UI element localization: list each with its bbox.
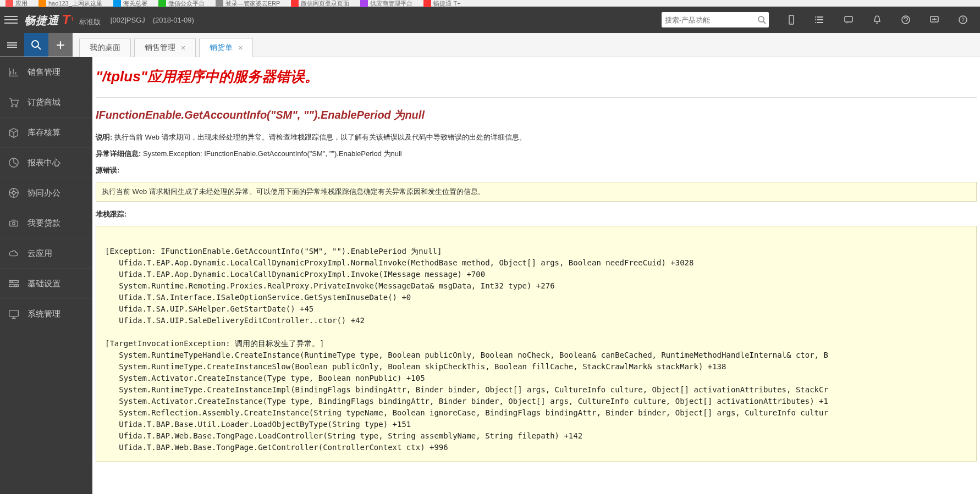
stack-trace-box: [Exception: IFunctionEnable.GetAccountIn… — [96, 226, 977, 462]
collab-icon — [8, 187, 20, 199]
sidebar-item-system[interactable]: 系统管理 — [0, 299, 92, 329]
svg-rect-25 — [10, 221, 18, 226]
divider — [96, 97, 977, 98]
bookmark-label: hao123_上网从这里 — [48, 0, 102, 8]
desc-label: 说明: — [96, 133, 112, 141]
svg-point-9 — [815, 22, 816, 23]
toolbar-add-button[interactable]: + — [48, 33, 73, 57]
bookmark-item[interactable]: 海关总署 — [113, 0, 147, 8]
bookmark-item[interactable]: 微信网页登录页面 — [291, 0, 349, 8]
bookmark-icon — [158, 0, 166, 7]
source-error-label: 源错误: — [96, 165, 977, 175]
sidebar-item-chart[interactable]: 销售管理 — [0, 57, 92, 87]
sidebar-item-label: 库存核算 — [27, 127, 60, 138]
sidebar-item-label: 销售管理 — [27, 67, 60, 77]
toolbar-menu-button[interactable] — [0, 33, 24, 57]
sidebar-item-cloud[interactable]: 云应用 — [0, 238, 92, 269]
detail-label: 异常详细信息: — [96, 149, 141, 158]
bookmark-icon — [38, 0, 46, 7]
app-header: 畅捷通 T+ 标准版 [002]PSGJ (2018-01-09) ? — [0, 7, 980, 33]
bookmark-icon — [291, 0, 299, 7]
bookmark-item[interactable]: hao123_上网从这里 — [38, 0, 102, 8]
mobile-icon[interactable] — [785, 14, 797, 26]
source-error-box: 执行当前 Web 请求期间生成了未经处理的异常。可以使用下面的异常堆栈跟踪信息确… — [96, 182, 977, 202]
error-description: 说明: 执行当前 Web 请求期间，出现未经处理的异常。请检查堆栈跟踪信息，以了… — [96, 132, 977, 142]
tab-label: 销售管理 — [145, 43, 175, 53]
bookmark-label: 供应商管理平台 — [370, 0, 412, 8]
error-detail: 异常详细信息: System.Exception: IFunctionEnabl… — [96, 149, 977, 159]
sidebar-item-label: 系统管理 — [27, 309, 60, 319]
svg-point-29 — [11, 281, 13, 283]
bookmark-item[interactable]: 供应商管理平台 — [360, 0, 412, 8]
logo-plus: + — [70, 14, 75, 23]
chart-icon — [8, 66, 20, 78]
bookmark-item[interactable]: 畅捷通 T+ — [423, 0, 460, 8]
feedback-icon[interactable] — [928, 14, 940, 26]
search-input[interactable] — [665, 16, 757, 24]
bookmark-label: 畅捷通 T+ — [433, 0, 460, 8]
sidebar-item-collab[interactable]: 协同办公 — [0, 178, 92, 208]
svg-point-26 — [13, 223, 15, 225]
bell-icon[interactable] — [871, 14, 883, 26]
bookmark-icon — [360, 0, 368, 7]
help-icon[interactable]: ? — [957, 14, 969, 26]
bookmark-item[interactable]: 微信公众平台 — [158, 0, 205, 8]
tab-销售管理[interactable]: 销售管理× — [134, 38, 196, 57]
bookmark-label: 登录—管家婆云ERP — [225, 0, 280, 8]
app-logo: 畅捷通 T+ 标准版 — [24, 12, 101, 28]
message-icon[interactable] — [843, 14, 855, 26]
loan-icon — [8, 217, 20, 229]
svg-point-12 — [902, 16, 910, 24]
stock-icon — [8, 126, 20, 138]
tab-我的桌面[interactable]: 我的桌面 — [79, 38, 131, 57]
search-box[interactable] — [662, 12, 769, 27]
svg-rect-10 — [845, 16, 852, 22]
report-icon — [8, 157, 20, 169]
error-subtitle: IFunctionEnable.GetAccountInfo("SM", "")… — [96, 108, 977, 123]
bookmark-icon — [5, 0, 13, 7]
svg-line-1 — [763, 21, 766, 24]
sidebar-item-stock[interactable]: 库存核算 — [0, 118, 92, 148]
svg-text:?: ? — [961, 17, 965, 23]
logo-text: 畅捷通 — [24, 13, 59, 28]
cart-icon — [8, 96, 20, 108]
search-icon[interactable] — [757, 14, 766, 25]
settings-icon — [8, 277, 20, 290]
sidebar-item-label: 订货商城 — [27, 97, 60, 108]
bookmark-label: 应用 — [15, 0, 27, 8]
sidebar-item-loan[interactable]: 我要贷款 — [0, 208, 92, 238]
detail-text: System.Exception: IFunctionEnable.GetAcc… — [141, 149, 401, 158]
bookmark-item[interactable]: 应用 — [5, 0, 27, 8]
close-icon[interactable]: × — [181, 43, 185, 52]
sidebar-item-settings[interactable]: 基础设置 — [0, 269, 92, 299]
tab-bar: 我的桌面销售管理×销货单× — [79, 33, 256, 57]
sidebar-item-label: 云应用 — [27, 248, 52, 259]
sidebar-item-label: 基础设置 — [27, 279, 60, 289]
bookmark-label: 微信网页登录页面 — [301, 0, 349, 8]
list-icon[interactable] — [814, 14, 826, 26]
bookmark-item[interactable]: 登录—管家婆云ERP — [216, 0, 280, 8]
svg-point-8 — [815, 19, 816, 20]
bookmark-icon — [113, 0, 121, 7]
cloud-icon — [8, 247, 20, 259]
browser-bookmarks-bar: 应用hao123_上网从这里海关总署微信公众平台登录—管家婆云ERP微信网页登录… — [0, 0, 980, 7]
header-date: (2018-01-09) — [153, 16, 194, 24]
support-icon[interactable] — [900, 14, 912, 26]
sidebar-item-report[interactable]: 报表中心 — [0, 148, 92, 178]
tab-销货单[interactable]: 销货单× — [199, 38, 253, 57]
tab-label: 销货单 — [210, 43, 233, 53]
svg-point-7 — [815, 16, 816, 18]
sidebar-item-cart[interactable]: 订货商城 — [0, 87, 92, 118]
menu-toggle-icon[interactable] — [4, 13, 18, 26]
bookmark-icon — [423, 0, 431, 7]
close-icon[interactable]: × — [238, 43, 243, 52]
toolbar-search-button[interactable] — [24, 33, 48, 57]
bookmark-label: 微信公众平台 — [168, 0, 205, 8]
bookmark-label: 海关总署 — [123, 0, 147, 8]
error-content: "/tplus"应用程序中的服务器错误。 IFunctionEnable.Get… — [92, 57, 980, 494]
svg-point-0 — [758, 16, 764, 22]
header-icon-bar: ? — [785, 14, 969, 26]
sidebar-item-label: 报表中心 — [27, 158, 60, 168]
svg-point-20 — [12, 106, 13, 107]
toolbar: + 我的桌面销售管理×销货单× — [0, 33, 980, 57]
